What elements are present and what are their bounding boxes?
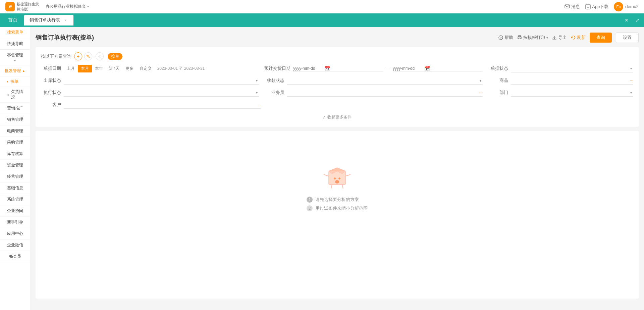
goods-input[interactable] bbox=[511, 76, 630, 84]
date-tab-this-year[interactable]: 本年 bbox=[92, 65, 106, 72]
sidebar-item-retail[interactable]: 零售管理 ▼ bbox=[0, 50, 30, 65]
sidebar-sub-debt[interactable]: ◎ 欠货情况 bbox=[0, 87, 30, 103]
print-dropdown-arrow[interactable]: ▾ bbox=[546, 36, 548, 40]
export-icon bbox=[552, 35, 557, 40]
settings-button[interactable]: 设置 bbox=[616, 32, 639, 43]
tab-bar-actions: ✕ ⤢ bbox=[623, 16, 641, 24]
empty-tip-1: 1 请先选择要分析的方案 bbox=[307, 197, 368, 203]
exec-status-select[interactable] bbox=[64, 89, 259, 97]
date-tab-this-month[interactable]: 本月 bbox=[78, 65, 92, 72]
svg-rect-6 bbox=[519, 36, 521, 37]
doc-status-control: ▾ bbox=[511, 64, 634, 72]
date-tab-7days[interactable]: 近7天 bbox=[106, 65, 122, 72]
salesman-more-btn[interactable]: ··· bbox=[479, 90, 482, 95]
goods-control: ··· bbox=[511, 76, 634, 85]
sub-icon-1: ● bbox=[7, 80, 8, 83]
dept-select[interactable] bbox=[511, 89, 634, 97]
date-tab-more[interactable]: 更多 bbox=[122, 65, 137, 72]
date-tab-custom[interactable]: 自定义 bbox=[137, 65, 155, 72]
sidebar-item-purchase[interactable]: 采购管理 bbox=[0, 137, 30, 148]
page-header: 销售订单执行表(按单) ? 帮助 按模板打印 ▾ 导出 刷新 查询 设置 bbox=[36, 32, 639, 43]
svg-line-16 bbox=[345, 174, 351, 176]
content-area: 1 请先选择要分析的方案 2 用过滤条件来缩小分析范围 bbox=[36, 131, 639, 299]
empty-state: 1 请先选择要分析的方案 2 用过滤条件来缩小分析范围 bbox=[36, 131, 639, 238]
filter-row-4: 客户 ··· bbox=[41, 101, 633, 109]
sidebar-item-enterprise[interactable]: 企业协同 bbox=[0, 205, 30, 217]
message-btn[interactable]: 消息 bbox=[565, 4, 580, 10]
tab-home[interactable]: 首页 bbox=[3, 13, 23, 27]
edit-scheme-btn[interactable]: ✎ bbox=[84, 52, 92, 60]
svg-rect-0 bbox=[565, 5, 570, 8]
message-icon bbox=[565, 4, 570, 9]
collapse-bar[interactable]: ∧ 收起更多条件 bbox=[41, 113, 633, 121]
add-scheme-btn[interactable]: + bbox=[74, 52, 82, 60]
app-download-btn[interactable]: App下载 bbox=[585, 4, 608, 10]
sidebar-item-system[interactable]: 系统管理 bbox=[0, 194, 30, 205]
filter-panel: 按以下方案查询 + ✎ « 按单 单据日期 上月 本月 本年 近7天 bbox=[36, 47, 639, 127]
expected-date-end-input[interactable] bbox=[393, 66, 423, 71]
top-header: 好 畅捷通好生意 标准版 办公用品行业模拟账套 ▾ 消息 App下载 Ea de… bbox=[0, 0, 644, 13]
filter-scheme-row: 按以下方案查询 + ✎ « 按单 bbox=[41, 52, 633, 60]
page-actions: ? 帮助 按模板打印 ▾ 导出 刷新 查询 设置 bbox=[498, 32, 639, 43]
sidebar-sub-press-order[interactable]: ● 按单 bbox=[0, 77, 30, 87]
out-status-select[interactable] bbox=[64, 76, 259, 85]
date-area: 上月 本月 本年 近7天 更多 自定义 2023-03-01 至 2023-03… bbox=[64, 65, 259, 72]
expected-date-start-input[interactable] bbox=[293, 66, 323, 71]
calendar-start-icon[interactable]: 📅 bbox=[325, 66, 330, 71]
empty-tip-2: 2 用过滤条件来缩小分析范围 bbox=[307, 205, 368, 211]
expected-date-start: 📅 bbox=[293, 66, 383, 71]
tab-close-btn[interactable]: × bbox=[63, 17, 68, 23]
sidebar-item-inventory[interactable]: 库存核算 bbox=[0, 148, 30, 160]
scheme-label: 按以下方案查询 bbox=[41, 53, 71, 59]
calendar-end-icon[interactable]: 📅 bbox=[424, 66, 430, 71]
sidebar-item-wholesale[interactable]: 批发管理 ▲ bbox=[0, 65, 30, 77]
app-title[interactable]: 办公用品行业模拟账套 ▾ bbox=[46, 4, 89, 9]
goods-more-btn[interactable]: ··· bbox=[630, 78, 633, 83]
expected-date-label: 预计交货日期 bbox=[264, 65, 290, 71]
customer-input[interactable] bbox=[64, 101, 258, 108]
collapse-scheme-btn[interactable]: « bbox=[96, 52, 104, 60]
window-maximize-btn[interactable]: ⤢ bbox=[633, 16, 641, 24]
logo-text: 畅捷通好生意 标准版 bbox=[17, 2, 39, 11]
salesman-input[interactable] bbox=[287, 89, 479, 96]
print-btn[interactable]: 按模板打印 ▾ bbox=[517, 35, 548, 41]
refresh-btn[interactable]: 刷新 bbox=[571, 35, 586, 41]
sidebar-item-basic[interactable]: 基础信息 bbox=[0, 183, 30, 194]
sidebar-item-finance[interactable]: 资金管理 bbox=[0, 160, 30, 171]
help-btn[interactable]: ? 帮助 bbox=[498, 35, 513, 41]
sub-icon-2: ◎ bbox=[7, 93, 9, 96]
user-area[interactable]: Ea demo2 bbox=[614, 2, 639, 11]
filter-salesman: 业务员 ··· bbox=[264, 89, 482, 97]
sidebar-item-appstore[interactable]: 应用中心 bbox=[0, 228, 30, 240]
sidebar-item-ecommerce[interactable]: 电商管理 bbox=[0, 125, 30, 137]
svg-point-14 bbox=[335, 180, 339, 184]
page-title: 销售订单执行表(按单) bbox=[36, 34, 94, 42]
doc-status-select[interactable] bbox=[511, 64, 634, 72]
filter-row-3: 执行状态 ▾ 业务员 ··· 部门 bbox=[41, 89, 633, 97]
filter-date: 单据日期 上月 本月 本年 近7天 更多 自定义 2023-03-01 至 20… bbox=[41, 65, 259, 72]
customer-more-btn[interactable]: ··· bbox=[258, 102, 261, 107]
sidebar-item-wechat[interactable]: 企业微信 bbox=[0, 240, 30, 251]
sidebar-item-guide[interactable]: 新手引导 bbox=[0, 217, 30, 228]
exec-status-label: 执行状态 bbox=[41, 90, 61, 96]
sidebar-item-marketing[interactable]: 营销推广 bbox=[0, 103, 30, 114]
sidebar-search[interactable]: 搜索菜单 bbox=[0, 27, 30, 38]
sidebar-quick-nav[interactable]: 快捷导航 bbox=[0, 38, 30, 50]
filter-row-2: 出库状态 ▾ 收款状态 ▾ 商品 bbox=[41, 76, 633, 85]
sidebar-item-member[interactable]: 畅会员 bbox=[0, 251, 30, 262]
header-left: 好 畅捷通好生意 标准版 办公用品行业模拟账套 ▾ bbox=[5, 2, 89, 11]
tab-active[interactable]: 销售订单执行表 × bbox=[24, 15, 73, 25]
dept-control: ▾ bbox=[511, 89, 634, 97]
date-tab-last-month[interactable]: 上月 bbox=[64, 65, 78, 72]
sidebar-item-operation[interactable]: 经营管理 bbox=[0, 171, 30, 183]
out-status-label: 出库状态 bbox=[41, 78, 61, 84]
scheme-item-press[interactable]: 按单 bbox=[108, 53, 122, 60]
window-close-btn[interactable]: ✕ bbox=[623, 16, 631, 24]
filter-expected-date: 预计交货日期 📅 — 📅 bbox=[264, 65, 482, 71]
refresh-icon bbox=[571, 35, 576, 40]
customer-control: ··· bbox=[64, 101, 261, 109]
export-btn[interactable]: 导出 bbox=[552, 35, 567, 41]
sidebar-item-sales[interactable]: 销售管理 bbox=[0, 114, 30, 125]
search-button[interactable]: 查询 bbox=[590, 33, 612, 43]
payment-status-select[interactable] bbox=[287, 76, 482, 85]
